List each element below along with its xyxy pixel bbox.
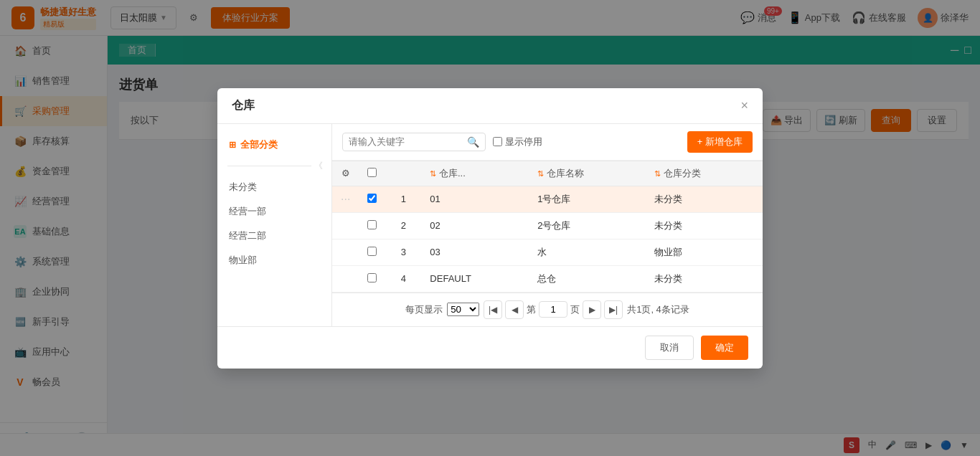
modal-table-area: 🔍 显示停用 + 新增仓库 ⚙ <box>332 124 763 326</box>
page-input[interactable] <box>539 301 567 318</box>
search-input[interactable] <box>349 136 463 147</box>
row-checkbox[interactable] <box>367 247 377 256</box>
confirm-button[interactable]: 确定 <box>701 336 748 360</box>
modal-header: 仓库 × <box>217 88 763 124</box>
warehouse-modal: 仓库 × ⊞ 全部分类 《 未分类 经营一部 <box>217 88 763 369</box>
th-check[interactable] <box>359 161 385 186</box>
row-check-cell[interactable] <box>359 239 385 265</box>
row-actions-cell: ··· <box>332 186 359 212</box>
row-code-cell: 01 <box>421 186 529 212</box>
select-all-checkbox[interactable] <box>367 168 377 177</box>
search-box: 🔍 <box>342 133 486 151</box>
show-disabled-label[interactable]: 显示停用 <box>493 136 542 148</box>
grid-icon: ⊞ <box>229 140 236 150</box>
modal-category-sidebar: ⊞ 全部分类 《 未分类 经营一部 经营二部 物业部 <box>217 124 332 326</box>
category-dept2[interactable]: 经营二部 <box>217 224 331 248</box>
row-category-cell: 未分类 <box>646 265 763 292</box>
table-row[interactable]: 3 03 水 物业部 <box>332 239 763 265</box>
row-actions-cell <box>332 265 359 292</box>
th-num <box>385 161 421 186</box>
sort-icon: ⇅ <box>537 169 544 178</box>
row-check-cell[interactable] <box>359 212 385 239</box>
row-checkbox[interactable] <box>367 220 377 229</box>
next-page-button[interactable]: ▶ <box>583 300 601 319</box>
row-category-cell: 未分类 <box>646 212 763 239</box>
per-page-select[interactable]: 50 10 20 100 <box>447 303 479 316</box>
pagination: 每页显示 50 10 20 100 |◀ ◀ 第 页 ▶ ▶| <box>332 293 763 326</box>
row-code-cell: DEFAULT <box>421 265 529 292</box>
prev-page-button[interactable]: ◀ <box>505 300 524 319</box>
table-row[interactable]: 4 DEFAULT 总仓 未分类 <box>332 265 763 292</box>
row-checkbox[interactable] <box>367 194 377 203</box>
row-name-cell: 总仓 <box>529 265 646 292</box>
modal-close-button[interactable]: × <box>740 98 748 113</box>
category-all[interactable]: ⊞ 全部分类 <box>217 133 331 157</box>
collapse-icon[interactable]: 《 <box>311 160 326 172</box>
th-gear[interactable]: ⚙ <box>332 161 359 186</box>
modal-footer: 取消 确定 <box>217 326 763 369</box>
row-name-cell: 水 <box>529 239 646 265</box>
row-code-cell: 03 <box>421 239 529 265</box>
last-page-button[interactable]: ▶| <box>604 300 623 319</box>
sort-icon: ⇅ <box>654 169 661 178</box>
search-icon[interactable]: 🔍 <box>467 136 479 148</box>
table-row[interactable]: ··· 1 01 1号仓库 未分类 <box>332 186 763 212</box>
th-name[interactable]: ⇅ 仓库名称 <box>529 161 646 186</box>
per-page-label: 每页显示 <box>405 303 443 316</box>
add-warehouse-button[interactable]: + 新增仓库 <box>687 131 753 153</box>
th-category[interactable]: ⇅ 仓库分类 <box>646 161 763 186</box>
modal-overlay: 仓库 × ⊞ 全部分类 《 未分类 经营一部 <box>0 0 980 456</box>
cancel-button[interactable]: 取消 <box>645 336 694 360</box>
row-check-cell[interactable] <box>359 265 385 292</box>
row-num-cell: 3 <box>385 239 421 265</box>
row-name-cell: 1号仓库 <box>529 186 646 212</box>
category-dept1[interactable]: 经营一部 <box>217 199 331 224</box>
row-check-cell[interactable] <box>359 186 385 212</box>
page-label: 第 <box>527 303 536 316</box>
row-actions-cell <box>332 239 359 265</box>
first-page-button[interactable]: |◀ <box>484 300 502 319</box>
row-category-cell: 未分类 <box>646 186 763 212</box>
category-property[interactable]: 物业部 <box>217 248 331 272</box>
row-num-cell: 1 <box>385 186 421 212</box>
modal-toolbar: 🔍 显示停用 + 新增仓库 <box>332 124 763 161</box>
warehouse-table: ⚙ ⇅ 仓库... ⇅ 仓库名称 <box>332 161 763 293</box>
row-checkbox[interactable] <box>367 273 377 282</box>
page-nav: |◀ ◀ 第 页 ▶ ▶| <box>484 300 623 319</box>
table-row[interactable]: 2 02 2号仓库 未分类 <box>332 212 763 239</box>
row-more-icon[interactable]: ··· <box>341 193 350 205</box>
modal-body: ⊞ 全部分类 《 未分类 经营一部 经营二部 物业部 <box>217 124 763 326</box>
show-disabled-checkbox[interactable] <box>493 137 502 146</box>
category-uncategorized[interactable]: 未分类 <box>217 175 331 199</box>
sort-icon: ⇅ <box>430 169 436 178</box>
modal-title: 仓库 <box>232 98 255 113</box>
row-category-cell: 物业部 <box>646 239 763 265</box>
row-name-cell: 2号仓库 <box>529 212 646 239</box>
row-code-cell: 02 <box>421 212 529 239</box>
divider <box>227 166 311 166</box>
row-num-cell: 4 <box>385 265 421 292</box>
total-info: 共1页, 4条记录 <box>627 303 689 316</box>
th-code[interactable]: ⇅ 仓库... <box>421 161 529 186</box>
row-actions-cell <box>332 212 359 239</box>
page-suffix: 页 <box>570 303 580 316</box>
row-num-cell: 2 <box>385 212 421 239</box>
